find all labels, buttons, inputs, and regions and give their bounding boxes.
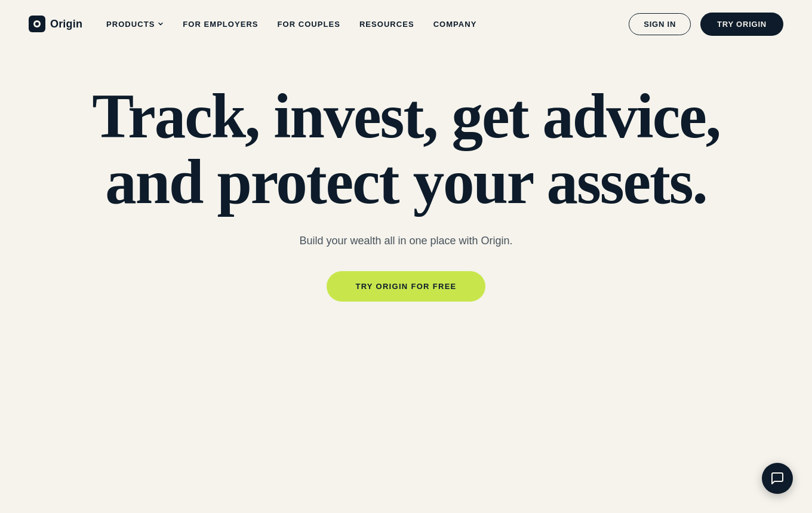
nav-item-products[interactable]: PRODUCTS [106,20,164,29]
nav-link-company[interactable]: COMPANY [433,20,477,29]
nav-link-for-employers[interactable]: FOR EMPLOYERS [183,20,258,29]
hero-headline: Track, invest, get advice, and protect y… [92,84,720,216]
nav-left: Origin PRODUCTS FOR EMPLOYERS FOR COUPLE… [29,16,476,32]
nav-link-resources[interactable]: RESOURCES [359,20,414,29]
nav-link-products[interactable]: PRODUCTS [106,20,164,29]
nav-link-for-couples[interactable]: FOR COUPLES [278,20,340,29]
nav-item-resources[interactable]: RESOURCES [359,19,414,29]
nav-item-for-couples[interactable]: FOR COUPLES [278,19,340,29]
logo-icon [29,16,45,32]
svg-point-2 [35,22,39,26]
chat-icon [770,471,785,486]
hero-subtext: Build your wealth all in one place with … [299,235,512,247]
logo-link[interactable]: Origin [29,16,82,32]
hero-cta-button[interactable]: TRY ORIGIN FOR FREE [327,271,485,302]
navbar: Origin PRODUCTS FOR EMPLOYERS FOR COUPLE… [0,0,812,48]
chat-button[interactable] [762,463,793,494]
nav-item-for-employers[interactable]: FOR EMPLOYERS [183,19,258,29]
nav-right: SIGN IN TRY ORIGIN [629,13,783,36]
logo-text: Origin [50,18,82,30]
nav-links: PRODUCTS FOR EMPLOYERS FOR COUPLES RESOU… [106,19,476,29]
hero-section: Track, invest, get advice, and protect y… [0,48,812,349]
try-origin-button[interactable]: TRY ORIGIN [700,13,783,36]
sign-in-button[interactable]: SIGN IN [629,13,691,35]
chevron-down-icon [158,21,164,27]
nav-item-company[interactable]: COMPANY [433,19,477,29]
